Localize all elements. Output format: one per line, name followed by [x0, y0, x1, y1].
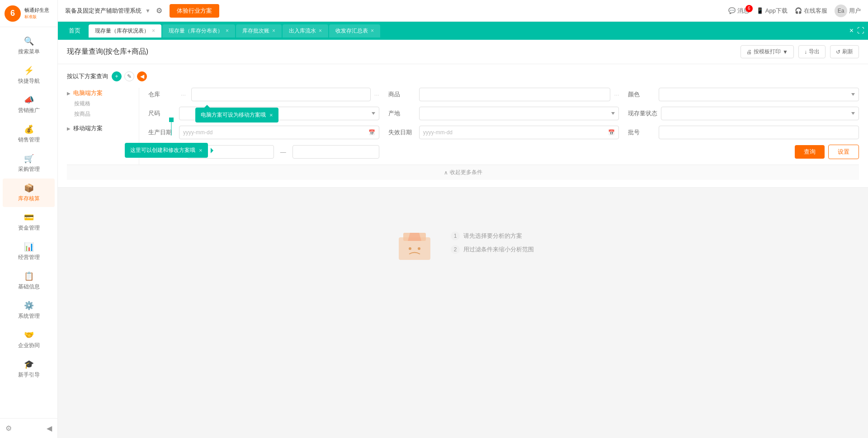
app-download-btn[interactable]: 📱 App下载 — [756, 7, 788, 15]
logo-icon: 6 — [5, 5, 21, 22]
logo-area: 6 畅通好生意 标准版 — [0, 0, 57, 27]
collapse-bar[interactable]: ∧ 收起更多条件 — [67, 165, 859, 180]
filter-row-4: 现存量（主） — 查询 设置 — [148, 145, 859, 159]
system-icon: ⚙️ — [24, 301, 34, 311]
stock-status-select[interactable] — [661, 107, 859, 120]
search-button[interactable]: 查询 — [795, 145, 825, 159]
tab-inout-flow[interactable]: 出入库流水 × — [283, 24, 328, 38]
sidebar-item-system[interactable]: ⚙️ 系统管理 — [3, 296, 55, 325]
tree-mobile-item[interactable]: ▶ 移动端方案 — [67, 123, 132, 134]
exp-date-input[interactable]: yyyy-mm-dd 📅 — [419, 126, 619, 139]
prod-date-input[interactable]: yyyy-mm-dd 📅 — [179, 126, 379, 139]
page-content: 现存量查询(按仓库+商品) 🖨 按模板打印 ▼ ↓ 导出 ↺ 刷新 — [58, 40, 868, 438]
tab-close-inout-flow[interactable]: × — [319, 28, 322, 34]
tab-batch-account[interactable]: 库存批次账 × — [236, 24, 282, 38]
tab-close-inventory-status[interactable]: × — [152, 28, 155, 34]
warehouse-dots: ··· — [179, 91, 188, 98]
empty-svg — [392, 224, 437, 264]
logo-name: 畅通好生意 — [24, 7, 49, 14]
sidebar-item-guide[interactable]: 🎓 新手引导 — [3, 355, 55, 383]
user-avatar: Ea — [835, 5, 847, 17]
tooltip1-close[interactable]: × — [269, 112, 273, 118]
tree-desktop-label: 电脑端方案 — [73, 89, 103, 97]
header-settings-icon[interactable]: ⚙ — [156, 6, 162, 15]
basicinfo-icon: 📋 — [24, 271, 34, 281]
tree-desktop-sub2[interactable]: 按商品 — [74, 109, 132, 119]
tab-bar-right: × ⛶ — [849, 27, 864, 35]
page-header: 现存量查询(按仓库+商品) 🖨 按模板打印 ▼ ↓ 导出 ↺ 刷新 — [58, 40, 868, 64]
batch-filter-item: 批号 — [628, 126, 859, 139]
operations-icon: 📊 — [24, 242, 34, 252]
tab-inventory-status[interactable]: 现存量（库存状况表） × — [89, 24, 161, 38]
enterprise-icon: 🤝 — [24, 330, 34, 340]
tooltip2-close[interactable]: × — [199, 147, 203, 154]
finance-icon: 💳 — [24, 212, 34, 222]
tree-mobile-label: 移动端方案 — [73, 124, 103, 132]
tab-bar: 首页 现存量（库存状况表） × 现存量（库存分布表） × 库存批次账 × 出入库… — [58, 22, 868, 40]
header-actions: 💬 消息 6 📱 App下载 🎧 在线客服 Ea 用户 — [728, 5, 861, 17]
sidebar-item-finance[interactable]: 💳 资金管理 — [3, 208, 55, 236]
online-service-btn[interactable]: 🎧 在线客服 — [795, 7, 827, 15]
reset-button[interactable]: 设置 — [828, 145, 859, 159]
marketing-icon: 📣 — [24, 95, 34, 105]
message-icon: 💬 — [728, 7, 736, 14]
batch-label: 批号 — [628, 128, 655, 137]
sidebar-item-quicknav[interactable]: ⚡ 快捷导航 — [3, 61, 55, 89]
inventory-icon: 📦 — [24, 183, 34, 193]
calendar-icon: 📅 — [368, 129, 375, 136]
print-btn[interactable]: 🖨 按模板打印 ▼ — [741, 45, 794, 58]
tree-arrow-desktop: ▶ — [67, 91, 71, 96]
export-btn[interactable]: ↓ 导出 — [798, 45, 826, 58]
message-badge: 6 — [745, 5, 753, 12]
refresh-btn[interactable]: ↺ 刷新 — [830, 45, 859, 58]
empty-hint-1: 1 请先选择要分析的方案 — [451, 231, 534, 240]
page-title: 现存量查询(按仓库+商品) — [67, 47, 148, 57]
tree-desktop-sub1[interactable]: 按规格 — [74, 99, 132, 109]
calendar-exp-icon: 📅 — [608, 129, 615, 136]
tree-desktop-item[interactable]: ▶ 电脑端方案 — [67, 88, 132, 99]
print-arrow-icon: ▼ — [783, 49, 788, 55]
color-filter-item: 颜色 — [628, 88, 859, 101]
exp-date-placeholder: yyyy-mm-dd — [423, 129, 453, 136]
empty-hint-2: 2 用过滤条件来缩小分析范围 — [451, 245, 534, 254]
message-btn[interactable]: 💬 消息 6 — [728, 7, 749, 15]
origin-filter-item: 产地 — [388, 107, 619, 120]
trial-btn[interactable]: 体验行业方案 — [170, 4, 219, 18]
tab-inventory-dist[interactable]: 现存量（库存分布表） × — [162, 24, 235, 38]
system-selector[interactable]: 装备及固定资产辅助管理系统 ▼ — [65, 7, 151, 15]
sidebar-item-enterprise[interactable]: 🤝 企业协同 — [3, 325, 55, 354]
sidebar-item-search[interactable]: 🔍 搜索菜单 — [3, 32, 55, 60]
sidebar-item-inventory[interactable]: 📦 库存核算 — [3, 179, 55, 207]
sidebar-item-purchase[interactable]: 🛒 采购管理 — [3, 149, 55, 178]
batch-input[interactable] — [659, 126, 859, 139]
tab-close-batch-account[interactable]: × — [272, 28, 275, 34]
warehouse-input[interactable] — [191, 88, 371, 101]
tab-summary[interactable]: 收发存汇总表 × — [329, 24, 380, 38]
tab-close-inventory-dist[interactable]: × — [226, 28, 229, 34]
guide-icon: 🎓 — [24, 359, 34, 369]
origin-select[interactable] — [419, 107, 619, 120]
filter-row-1: 仓库 ··· ··· 商品 ··· 颜色 — [148, 88, 859, 101]
sidebar-item-marketing[interactable]: 📣 营销推广 — [3, 90, 55, 119]
headset-icon: 🎧 — [795, 7, 802, 14]
sidebar-item-operations[interactable]: 📊 经营管理 — [3, 237, 55, 266]
tab-close-summary[interactable]: × — [371, 28, 374, 34]
collapse-sidebar-icon[interactable]: ◀ — [47, 424, 52, 433]
exp-date-label: 失效日期 — [388, 128, 415, 137]
main-content: 装备及固定资产辅助管理系统 ▼ ⚙ 体验行业方案 💬 消息 6 📱 App下载 … — [58, 0, 868, 438]
user-menu-btn[interactable]: Ea 用户 — [835, 5, 861, 17]
purchase-icon: 🛒 — [24, 154, 34, 164]
tab-close-all-icon[interactable]: × — [849, 27, 854, 35]
add-scheme-btn[interactable]: + — [112, 71, 122, 81]
settings-bottom-icon[interactable]: ⚙ — [5, 424, 12, 433]
edit-scheme-btn[interactable]: ✎ — [124, 71, 134, 81]
arrow-left-btn[interactable]: ◀ — [137, 71, 147, 81]
product-input[interactable] — [419, 88, 611, 101]
tab-fullscreen-icon[interactable]: ⛶ — [857, 27, 864, 35]
filter-header: 按以下方案查询 + ✎ ◀ — [67, 71, 859, 81]
tab-home[interactable]: 首页 — [61, 24, 88, 38]
stock-main-to-input[interactable] — [292, 145, 379, 159]
sidebar-item-sales[interactable]: 💰 销售管理 — [3, 120, 55, 148]
sidebar-item-basicinfo[interactable]: 📋 基础信息 — [3, 267, 55, 295]
color-select[interactable] — [659, 88, 859, 101]
